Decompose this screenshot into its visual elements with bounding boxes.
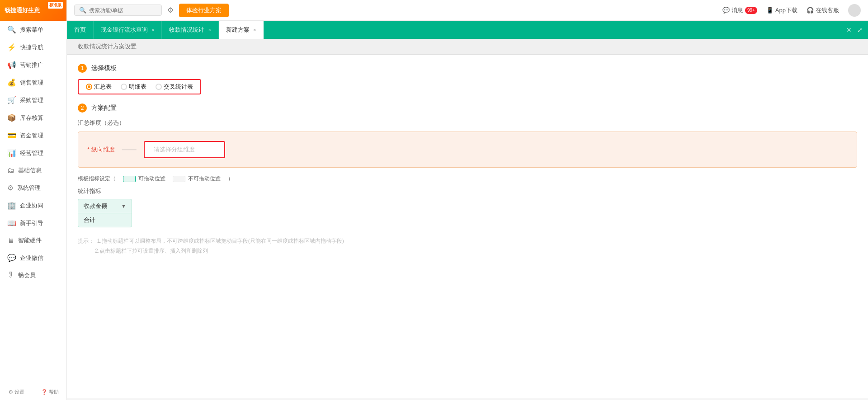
sidebar-item-4[interactable]: 🛒采购管理: [0, 91, 66, 109]
sidebar-item-3[interactable]: 💰销售管理: [0, 74, 66, 91]
tip2: 2.点击标题栏下拉可设置排序、插入列和删除列: [78, 246, 857, 256]
dimension-placeholder: 请选择分组维度: [154, 146, 195, 153]
nav-icon-5: 📦: [7, 113, 16, 122]
sidebar-item-9[interactable]: ⚙系统管理: [0, 179, 66, 197]
nav-label-1: 快捷导航: [20, 43, 43, 52]
tab-new-plan-label: 新建方案: [226, 26, 250, 34]
sidebar-bottom-settings[interactable]: ⚙ 设置: [0, 384, 33, 400]
nav-icon-6: 💳: [7, 131, 16, 140]
radio-detail[interactable]: 明细表: [121, 83, 146, 91]
sidebar-item-11[interactable]: 📖新手引导: [0, 214, 66, 232]
tab-home-label: 首页: [74, 26, 86, 34]
sidebar-item-1[interactable]: ⚡快捷导航: [0, 38, 66, 56]
sidebar-bottom-help[interactable]: ❓ 帮助: [33, 384, 67, 400]
nav-label-11: 新手引导: [20, 219, 43, 227]
radio-detail-btn[interactable]: [121, 84, 127, 90]
nav-icon-8: 🗂: [7, 166, 14, 174]
sidebar-item-6[interactable]: 💳资金管理: [0, 127, 66, 144]
search-box[interactable]: 🔍: [74, 5, 162, 16]
dimension-row: 纵向维度 —— 请选择分组维度: [87, 141, 848, 158]
radio-detail-label: 明细表: [129, 83, 146, 91]
step1-num: 1: [78, 64, 87, 73]
tab-collection-stats[interactable]: 收款情况统计 ×: [162, 21, 218, 39]
step2-title: 方案配置: [91, 104, 117, 112]
indicator-card-body: 合计: [78, 213, 132, 227]
sidebar-item-8[interactable]: 🗂基础信息: [0, 162, 66, 179]
search-icon: 🔍: [79, 7, 86, 14]
tab-home[interactable]: 首页: [67, 21, 94, 39]
legend-fixed: 不可拖动位置: [173, 175, 221, 183]
tab-new-plan-close[interactable]: ×: [253, 27, 256, 33]
notification-badge: 99+: [745, 7, 757, 14]
user-avatar[interactable]: [848, 4, 861, 17]
support-label: 在线客服: [816, 6, 839, 14]
expand-window-icon[interactable]: ⤢: [857, 26, 863, 33]
sidebar-item-2[interactable]: 📢营销推广: [0, 56, 66, 74]
online-support-item[interactable]: 🎧 在线客服: [807, 6, 839, 14]
sidebar-item-13[interactable]: 💬企业微信: [0, 249, 66, 267]
notification-label: 消息: [731, 6, 743, 14]
support-icon: 🎧: [807, 7, 814, 14]
step2-section: 2 方案配置 汇总维度（必选） 纵向维度 —— 请选择分组维度: [78, 104, 857, 256]
nav-label-4: 采购管理: [20, 96, 43, 104]
page-body: 1 选择模板 汇总表 明细表: [67, 55, 868, 398]
dimension-section-label: 汇总维度（必选）: [78, 119, 857, 127]
indicator-legend: 模板指标设定（ 可拖动位置 不可拖动位置 ）: [78, 175, 857, 183]
tab-new-plan[interactable]: 新建方案 ×: [219, 21, 264, 39]
close-window-icon[interactable]: ✕: [846, 26, 852, 33]
indicator-card-dropdown-icon[interactable]: ▼: [121, 203, 126, 209]
template-select-box: 汇总表 明细表 交叉统计表: [78, 79, 201, 94]
radio-crosstab[interactable]: 交叉统计表: [156, 83, 193, 91]
notification-item[interactable]: 💬 消息 99+: [722, 6, 757, 14]
topbar: 🔍 ⚙ 体验行业方案 💬 消息 99+ 📱 App下载 🎧 在线客服: [67, 0, 868, 21]
radio-crosstab-label: 交叉统计表: [164, 83, 193, 91]
sidebar-bottom: ⚙ 设置 ❓ 帮助: [0, 384, 66, 400]
nav-icon-0: 🔍: [7, 25, 16, 34]
tip1: 提示： 1.拖动标题栏可以调整布局，不可跨维度或指标区域拖动目字段(只能在同一维…: [78, 236, 857, 246]
step2-header: 2 方案配置: [78, 104, 857, 113]
sidebar-item-12[interactable]: 🖥智能硬件: [0, 232, 66, 249]
content-area: 收款情况统计方案设置 1 选择模板 汇总表: [67, 39, 868, 400]
nav-label-5: 库存核算: [20, 114, 43, 122]
sidebar-item-7[interactable]: 📊经营管理: [0, 144, 66, 162]
radio-crosstab-btn[interactable]: [156, 84, 162, 90]
logo-text: 畅捷通好生意: [5, 6, 40, 14]
step1-header: 1 选择模板: [78, 64, 857, 73]
radio-summary-btn[interactable]: [86, 84, 92, 90]
step1-section: 1 选择模板 汇总表 明细表: [78, 64, 857, 94]
industry-button[interactable]: 体验行业方案: [179, 4, 229, 17]
tab-collection-stats-close[interactable]: ×: [208, 27, 211, 33]
indicator-card-header: 收款金额 ▼: [78, 199, 132, 213]
topbar-right: 💬 消息 99+ 📱 App下载 🎧 在线客服: [722, 4, 861, 17]
sidebar-item-0[interactable]: 🔍搜索菜单: [0, 21, 66, 38]
sidebar-item-5[interactable]: 📦库存核算: [0, 109, 66, 127]
download-label: App下载: [775, 6, 797, 14]
tab-cash-flow[interactable]: 现金银行流水查询 ×: [94, 21, 162, 39]
vertical-dimension-label: 纵向维度: [87, 146, 115, 154]
app-download-item[interactable]: 📱 App下载: [766, 6, 797, 14]
nav-icon-13: 💬: [7, 254, 16, 262]
nav-label-9: 系统管理: [17, 184, 41, 192]
legend-fixed-label: 不可拖动位置: [188, 175, 221, 183]
sidebar-item-14[interactable]: 🎖畅会员: [0, 267, 66, 284]
nav-icon-9: ⚙: [7, 184, 14, 192]
legend-movable-label: 可拖动位置: [138, 175, 165, 183]
indicator-settings: 模板指标设定（ 可拖动位置 不可拖动位置 ） 统计指标: [78, 175, 857, 227]
dimension-area: 纵向维度 —— 请选择分组维度: [78, 132, 857, 168]
window-buttons: ✕ ⤢: [841, 26, 868, 33]
gear-icon[interactable]: ⚙: [167, 6, 174, 14]
nav-label-14: 畅会员: [18, 271, 36, 279]
download-icon: 📱: [766, 7, 774, 14]
sidebar-item-10[interactable]: 🏢企业协同: [0, 197, 66, 214]
radio-summary[interactable]: 汇总表: [86, 83, 112, 91]
indicator-card-title: 收款金额: [84, 202, 107, 210]
bottom-bar: 方案保存(可选) 取消 查询: [67, 398, 868, 400]
indicator-total-label: 合计: [84, 216, 95, 223]
search-input[interactable]: [89, 7, 157, 14]
tab-cash-flow-close[interactable]: ×: [151, 27, 154, 33]
indicator-section-label: 模板指标设定（: [78, 175, 116, 183]
dimension-input[interactable]: 请选择分组维度: [144, 141, 225, 158]
nav-icon-1: ⚡: [7, 43, 16, 52]
nav-label-13: 企业微信: [20, 254, 43, 262]
nav-label-3: 销售管理: [20, 79, 43, 87]
